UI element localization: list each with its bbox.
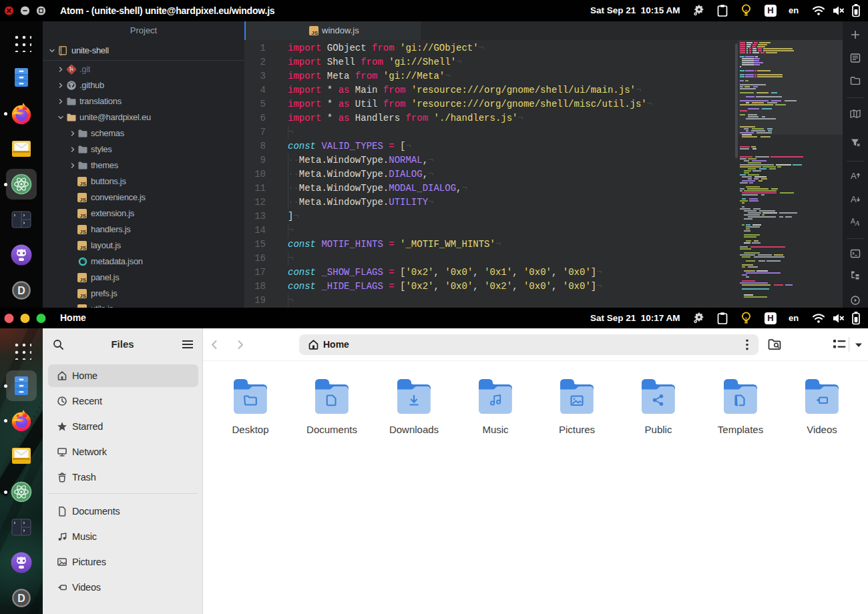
svg-text:A: A xyxy=(855,219,860,227)
svg-text:A: A xyxy=(851,194,857,204)
svg-text:D: D xyxy=(17,593,25,604)
svg-text:A: A xyxy=(851,171,857,181)
